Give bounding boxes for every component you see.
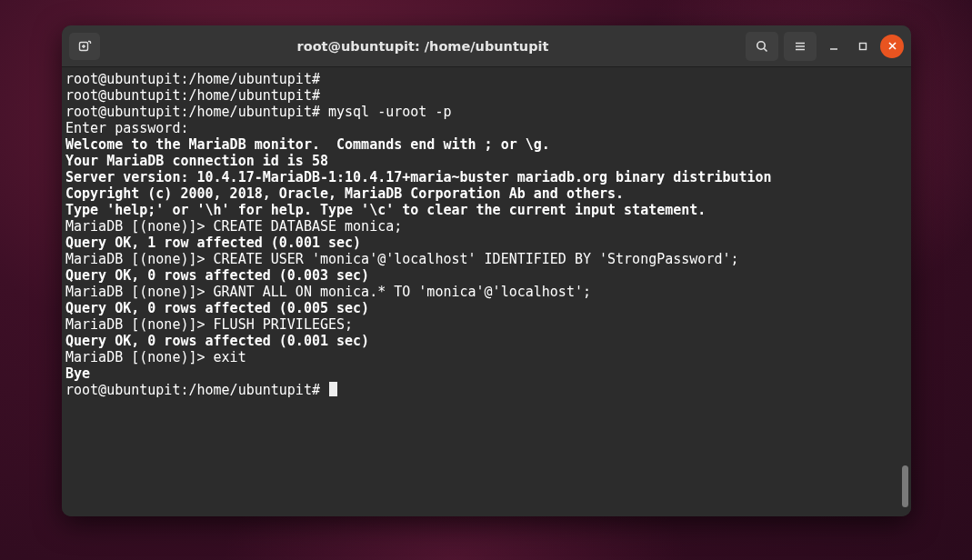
terminal-line: Bye [65,365,911,382]
maximize-icon [857,41,868,52]
terminal-line: root@ubuntupit:/home/ubuntupit# mysql -u… [65,104,911,120]
close-icon [887,41,897,51]
maximize-button[interactable] [851,35,875,58]
terminal-line: Query OK, 0 rows affected (0.005 sec) [65,300,911,316]
svg-rect-2 [860,43,867,49]
terminal-line: MariaDB [(none)]> CREATE DATABASE monica… [65,218,911,235]
new-tab-icon [77,39,92,54]
window-title: root@ubuntupit: /home/ubuntupit [105,39,740,54]
titlebar: root@ubuntupit: /home/ubuntupit [62,25,911,67]
scrollbar-thumb[interactable] [902,465,908,507]
terminal-line: Query OK, 1 row affected (0.001 sec) [65,235,911,251]
terminal-line: Welcome to the MariaDB monitor. Commands… [65,136,911,153]
menu-button[interactable] [784,32,817,61]
text-cursor [329,382,337,396]
minimize-button[interactable] [822,35,846,58]
terminal-line: root@ubuntupit:/home/ubuntupit# [65,71,911,87]
terminal-line: Query OK, 0 rows affected (0.003 sec) [65,267,911,284]
terminal-line: MariaDB [(none)]> exit [65,349,911,365]
terminal-line: root@ubuntupit:/home/ubuntupit# [65,87,911,104]
terminal-line: Your MariaDB connection id is 58 [65,153,911,169]
terminal-line: Type 'help;' or '\h' for help. Type '\c'… [65,202,911,218]
search-button[interactable] [746,32,778,61]
terminal-area[interactable]: root@ubuntupit:/home/ubuntupit#root@ubun… [62,67,911,516]
terminal-line: MariaDB [(none)]> GRANT ALL ON monica.* … [65,284,911,300]
terminal-line: Query OK, 0 rows affected (0.001 sec) [65,333,911,349]
terminal-window: root@ubuntupit: /home/ubuntupit [62,25,911,516]
terminal-line: root@ubuntupit:/home/ubuntupit# [65,382,911,398]
terminal-line: MariaDB [(none)]> FLUSH PRIVILEGES; [65,316,911,333]
new-tab-button[interactable] [69,33,100,60]
minimize-icon [828,41,839,52]
terminal-text: root@ubuntupit:/home/ubuntupit#root@ubun… [65,71,911,398]
close-button[interactable] [880,35,904,58]
terminal-line: Enter password: [65,120,911,136]
svg-point-1 [757,41,765,48]
search-icon [755,39,769,54]
terminal-line: Copyright (c) 2000, 2018, Oracle, MariaD… [65,185,911,202]
terminal-line: MariaDB [(none)]> CREATE USER 'monica'@'… [65,251,911,267]
terminal-line: Server version: 10.4.17-MariaDB-1:10.4.1… [65,169,911,185]
hamburger-icon [793,39,807,54]
